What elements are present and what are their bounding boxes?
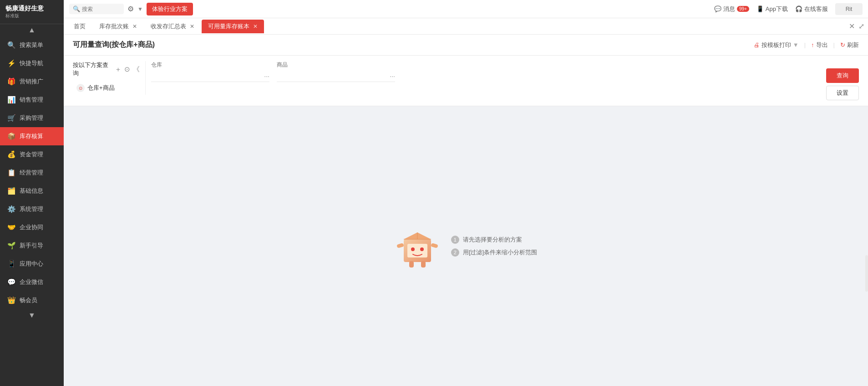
product-input[interactable] xyxy=(277,73,388,80)
top-bar: 🔍 ⚙ ▼ 体验行业方案 💬 消息 99+ 📱 App下载 🎧 在线客服 Rit xyxy=(64,0,868,18)
sidebar-item-new-guide[interactable]: 🌱 新手引导 xyxy=(0,237,64,255)
query-area: 按以下方案查询 ＋ ⊙ 《 ⊙ 仓库+商品 仓库 ··· xyxy=(64,56,868,106)
refresh-action[interactable]: ↻ 刷新 xyxy=(840,41,859,49)
svg-point-5 xyxy=(420,247,424,251)
sidebar-item-enterprise-coop[interactable]: 🤝 企业协同 xyxy=(0,218,64,237)
settings-scheme-btn[interactable]: ⊙ xyxy=(124,65,130,73)
folder-icon: 🗂️ xyxy=(7,187,16,195)
warehouse-more-btn[interactable]: ··· xyxy=(264,72,269,80)
top-bar-actions: 💬 消息 99+ 📱 App下载 🎧 在线客服 Rit xyxy=(714,3,863,15)
tab-fullscreen-btn[interactable]: ⤢ xyxy=(858,22,864,31)
query-scheme-panel: 按以下方案查询 ＋ ⊙ 《 ⊙ 仓库+商品 xyxy=(73,61,146,95)
gift-icon: 🎁 xyxy=(7,77,16,86)
tab-home[interactable]: 首页 xyxy=(67,20,92,33)
settings-icon-top[interactable]: ⚙ xyxy=(127,5,134,13)
warehouse-input-wrapper: ··· xyxy=(151,71,269,82)
product-input-wrapper: ··· xyxy=(277,71,395,82)
tip-num-1: 1 xyxy=(451,236,459,244)
phone-icon: 📱 xyxy=(756,5,764,12)
svg-rect-7 xyxy=(431,243,438,248)
logo-title: 畅康通好生意 xyxy=(5,5,58,13)
tab-close-batch-ledger[interactable]: ✕ xyxy=(132,23,137,30)
query-button[interactable]: 查询 xyxy=(826,68,859,83)
chart-icon: 📊 xyxy=(7,96,16,104)
online-service-action[interactable]: 🎧 在线客服 xyxy=(795,5,828,13)
page-header-actions: 🖨 按模板打印 ▼ | ↑ 导出 | ↻ 刷新 xyxy=(754,41,859,49)
tab-available-ledger[interactable]: 可用量库存账本 ✕ xyxy=(202,20,264,33)
filter-field-warehouse: 仓库 ··· xyxy=(151,61,269,82)
empty-state-tips: 1 请先选择要分析的方案 2 用[过滤]条件来缩小分析范围 xyxy=(451,236,537,257)
query-scheme-header: 按以下方案查询 ＋ ⊙ 《 xyxy=(73,61,140,77)
sidebar-item-finance[interactable]: 💰 资金管理 xyxy=(0,145,64,164)
print-action[interactable]: 🖨 按模板打印 ▼ xyxy=(754,41,799,49)
gear-icon: ⚙️ xyxy=(7,205,16,213)
refresh-icon: ↻ xyxy=(840,41,845,48)
logo-sub: 标准版 xyxy=(5,13,58,19)
message-action[interactable]: 💬 消息 99+ xyxy=(714,5,749,13)
page-content: 可用量查询(按仓库+商品) 🖨 按模板打印 ▼ | ↑ 导出 | ↻ 刷新 xyxy=(64,35,868,386)
mobile-icon: 📱 xyxy=(7,260,16,268)
scheme-item-warehouse-product[interactable]: ⊙ 仓库+商品 xyxy=(73,81,140,95)
print-dropdown-icon[interactable]: ▼ xyxy=(793,41,799,48)
svg-rect-8 xyxy=(409,261,414,268)
sidebar-scroll-up[interactable]: ▲ xyxy=(0,24,64,36)
sidebar-item-member[interactable]: 👑 畅会员 xyxy=(0,291,64,309)
tab-receipt-summary[interactable]: 收发存汇总表 ✕ xyxy=(144,20,201,33)
page-title: 可用量查询(按仓库+商品) xyxy=(73,40,155,50)
query-actions: 查询 设置 xyxy=(826,61,859,100)
app-download-action[interactable]: 📱 App下载 xyxy=(756,5,788,13)
export-action[interactable]: ↑ 导出 xyxy=(811,41,828,49)
sidebar-item-enterprise-wechat[interactable]: 💬 企业微信 xyxy=(0,273,64,291)
product-more-btn[interactable]: ··· xyxy=(390,72,395,80)
sidebar-item-inventory[interactable]: 📦 库存核算 xyxy=(0,127,64,145)
filter-fields: 仓库 ··· 商品 ··· xyxy=(151,61,821,82)
sidebar-scroll-down[interactable]: ▼ xyxy=(0,309,64,321)
main-area: 🔍 ⚙ ▼ 体验行业方案 💬 消息 99+ 📱 App下载 🎧 在线客服 Rit xyxy=(64,0,868,386)
tab-close-window-btn[interactable]: ✕ xyxy=(849,22,855,31)
tip-1: 1 请先选择要分析的方案 xyxy=(451,236,537,244)
tab-close-available-ledger[interactable]: ✕ xyxy=(253,23,258,30)
sidebar-item-shortcut[interactable]: ⚡ 快捷导航 xyxy=(0,54,64,72)
wechat-icon: 💬 xyxy=(7,278,16,286)
svg-rect-9 xyxy=(421,261,426,268)
sidebar-item-search[interactable]: 🔍 搜索菜单 xyxy=(0,36,64,54)
scheme-dot: ⊙ xyxy=(76,84,85,92)
tab-close-receipt-summary[interactable]: ✕ xyxy=(190,23,194,30)
tab-batch-ledger[interactable]: 库存批次账 ✕ xyxy=(93,20,143,33)
tip-num-2: 2 xyxy=(451,248,459,257)
user-avatar[interactable]: Rit xyxy=(835,3,863,15)
cart-icon: 🛒 xyxy=(7,114,16,122)
settings-button[interactable]: 设置 xyxy=(826,86,859,100)
sidebar-item-purchase[interactable]: 🛒 采购管理 xyxy=(0,109,64,127)
tip-2: 2 用[过滤]条件来缩小分析范围 xyxy=(451,248,537,257)
tab-bar-actions: ✕ ⤢ xyxy=(849,22,864,31)
lightning-icon: ⚡ xyxy=(7,59,16,67)
add-scheme-btn[interactable]: ＋ xyxy=(115,65,122,74)
sidebar: 畅康通好生意 标准版 ▲ 🔍 搜索菜单 ⚡ 快捷导航 🎁 营销推广 📊 销售管理… xyxy=(0,0,64,386)
money-icon: 💰 xyxy=(7,150,16,159)
page-header: 可用量查询(按仓库+商品) 🖨 按模板打印 ▼ | ↑ 导出 | ↻ 刷新 xyxy=(64,35,868,56)
right-scroll-indicator xyxy=(865,255,868,292)
sidebar-item-operations[interactable]: 📋 经营管理 xyxy=(0,164,64,182)
industry-solution-btn[interactable]: 体验行业方案 xyxy=(147,3,193,15)
handshake-icon: 🤝 xyxy=(7,223,16,232)
empty-state-illustration xyxy=(395,223,440,269)
dropdown-arrow[interactable]: ▼ xyxy=(137,6,143,12)
sidebar-item-app-center[interactable]: 📱 应用中心 xyxy=(0,255,64,273)
svg-point-4 xyxy=(411,247,415,251)
crown-icon: 👑 xyxy=(7,296,16,304)
warehouse-input[interactable] xyxy=(151,73,262,80)
sidebar-item-marketing[interactable]: 🎁 营销推广 xyxy=(0,72,64,91)
search-icon: 🔍 xyxy=(7,41,16,49)
sidebar-item-system[interactable]: ⚙️ 系统管理 xyxy=(0,200,64,218)
sidebar-item-basic-info[interactable]: 🗂️ 基础信息 xyxy=(0,182,64,200)
print-icon: 🖨 xyxy=(754,41,760,48)
filter-field-product: 商品 ··· xyxy=(277,61,395,82)
search-input[interactable] xyxy=(82,6,118,12)
clipboard-icon: 📋 xyxy=(7,169,16,177)
collapse-scheme-btn[interactable]: 《 xyxy=(133,65,140,74)
top-bar-search-box: 🔍 xyxy=(69,4,124,14)
sidebar-item-sales[interactable]: 📊 销售管理 xyxy=(0,91,64,109)
box-icon: 📦 xyxy=(7,132,16,140)
seedling-icon: 🌱 xyxy=(7,242,16,250)
